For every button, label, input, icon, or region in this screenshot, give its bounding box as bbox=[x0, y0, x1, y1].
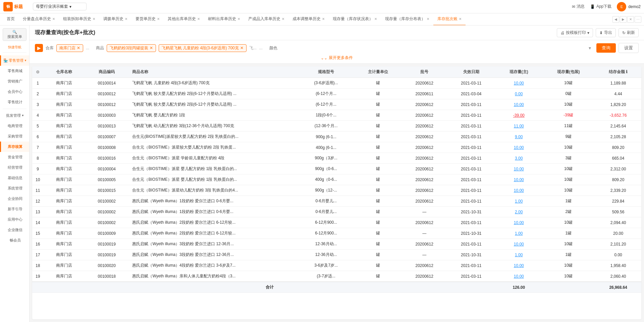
cell-balance: 229.84 bbox=[595, 196, 641, 207]
cell-qty-main[interactable]: 9.00 bbox=[496, 131, 542, 142]
print-button[interactable]: 🖨 按模板打印 ▾ bbox=[557, 28, 593, 37]
sidebar-item-member[interactable]: 畅会员 bbox=[0, 235, 29, 246]
tab-close-7[interactable]: ✕ bbox=[282, 17, 284, 21]
tab-close-10[interactable]: ✕ bbox=[427, 17, 429, 21]
tab-10[interactable]: 现存量（库存分布表） ✕ bbox=[381, 13, 433, 25]
color-label: 颜色 bbox=[269, 45, 277, 51]
tab-home[interactable]: 首页 bbox=[3, 13, 19, 25]
message-button[interactable]: ✉ 消息 bbox=[572, 4, 585, 9]
sidebar-item-wechat[interactable]: 企业微信 bbox=[0, 225, 29, 235]
sidebar-item-operations[interactable]: 经营管理 bbox=[0, 162, 29, 173]
warehouse-remove-icon[interactable]: ✕ bbox=[77, 46, 80, 50]
cell-qty-main[interactable]: 10.00 bbox=[496, 217, 542, 228]
cell-qty-main[interactable]: 10.00 bbox=[496, 174, 542, 185]
tab-4[interactable]: 要货单历史 ✕ bbox=[131, 13, 164, 25]
tab-2[interactable]: 组装拆卸单历史 ✕ bbox=[59, 13, 99, 25]
expand-filter-icon[interactable]: ▶ bbox=[35, 44, 43, 52]
cell-product-name: 惠氏启赋（Wyeth illuma）4段奶粉 爱尔兰进口 3-6岁及7... bbox=[129, 260, 298, 271]
search-button[interactable]: 🔍 搜索英单 bbox=[3, 28, 26, 41]
sidebar-item-guide[interactable]: 新手引导 bbox=[0, 204, 29, 214]
cell-batch: 20200611 bbox=[402, 89, 446, 99]
cell-unit: 罐 bbox=[354, 217, 402, 228]
table-settings-icon[interactable]: ⚙ bbox=[36, 70, 40, 74]
cell-qty-main[interactable]: 1.00 bbox=[496, 228, 542, 239]
tab-close-5[interactable]: ✕ bbox=[197, 17, 200, 21]
tab-close-6[interactable]: ✕ bbox=[237, 17, 240, 21]
tab-close-9[interactable]: ✕ bbox=[374, 17, 377, 21]
cell-qty-main[interactable]: 10.00 bbox=[496, 164, 542, 174]
cell-product-name: 飞鹤星飞帆 较大婴儿配方奶粉 2段(6-12个月婴幼儿适用) ... bbox=[129, 99, 298, 110]
product-remove-icon-2[interactable]: ✕ bbox=[240, 46, 244, 50]
product-ellipsis2[interactable]: ... bbox=[259, 46, 263, 50]
sidebar-item-app-center[interactable]: 应用中心 bbox=[0, 214, 29, 225]
tab-8[interactable]: 成本调整单历史 ✕ bbox=[288, 13, 329, 25]
tab-close-8[interactable]: ✕ bbox=[322, 17, 325, 21]
settings-button[interactable]: 设置 bbox=[619, 43, 639, 53]
sidebar-divider-top bbox=[3, 52, 26, 53]
sidebar-item-wholesale[interactable]: 批发管理▼ bbox=[0, 110, 29, 121]
query-button[interactable]: 查询 bbox=[596, 43, 616, 53]
tab-close-2[interactable]: ✕ bbox=[93, 17, 95, 21]
cell-qty-main[interactable]: 10.00 bbox=[496, 260, 542, 271]
sidebar-item-basic-info[interactable]: 基础信息 bbox=[0, 173, 29, 183]
tab-3[interactable]: 调拨单历史 ✕ bbox=[99, 13, 131, 25]
sidebar-item-retail-stats[interactable]: 零售统计 bbox=[0, 97, 29, 107]
sidebar-item-marketing[interactable]: 营销推广 bbox=[0, 76, 29, 87]
product-filter-tag-2[interactable]: 飞鹤星飞帆 儿童奶粉 4段(3-6岁适用) 700克 ✕ bbox=[159, 44, 247, 52]
product-ellipsis[interactable]: 飞... bbox=[249, 45, 257, 51]
tab-1[interactable]: 分量盘点单历史 ✕ bbox=[19, 13, 59, 25]
cell-expiry: 2021-03-11 bbox=[446, 131, 496, 142]
product-remove-icon-1[interactable]: ✕ bbox=[150, 46, 153, 50]
app-download-button[interactable]: 📱 App下载 bbox=[590, 4, 611, 9]
export-button[interactable]: ⬇ 导出 bbox=[596, 28, 616, 37]
message-label: 消息 bbox=[577, 4, 585, 9]
cell-qty-main[interactable]: 1.00 bbox=[496, 250, 542, 260]
tab-6[interactable]: 材料出库单历史 ✕ bbox=[204, 13, 244, 25]
sidebar-item-system[interactable]: 系统管理 bbox=[0, 183, 29, 194]
cell-qty-main[interactable]: 10.00 bbox=[496, 142, 542, 153]
sidebar-item-retail-mgmt[interactable]: 🏪零售管理▼ bbox=[0, 55, 29, 66]
tab-11[interactable]: 库存批次账 ✕ bbox=[433, 13, 466, 25]
cell-qty-main[interactable]: 10.00 bbox=[496, 271, 542, 282]
cell-qty-main[interactable]: 2.00 bbox=[496, 207, 542, 217]
warehouse-ellipsis[interactable]: ... bbox=[86, 46, 89, 50]
tab-close-1[interactable]: ✕ bbox=[52, 17, 55, 21]
cell-qty-main[interactable]: 10.00 bbox=[496, 78, 542, 89]
warehouse-filter-tag[interactable]: 南库门店 ✕ bbox=[56, 44, 83, 52]
tab-close-11[interactable]: ✕ bbox=[459, 17, 462, 21]
refresh-button[interactable]: ↻ 刷新 bbox=[619, 28, 639, 37]
cell-qty-main[interactable]: 11.00 bbox=[496, 121, 542, 131]
sidebar-item-retail-shop[interactable]: 零售商城 bbox=[0, 66, 29, 76]
sidebar-item-finance[interactable]: 资金管理 bbox=[0, 152, 29, 162]
tab-close-4[interactable]: ✕ bbox=[157, 17, 160, 21]
nav-prev-arrow[interactable]: ◀ bbox=[612, 16, 619, 23]
nav-close-all[interactable]: ✕ bbox=[627, 16, 634, 23]
workspace-selector[interactable]: 母婴行业演示账套 ▾ bbox=[33, 3, 87, 10]
color-dropdown-icon[interactable]: ▾ bbox=[589, 45, 591, 51]
cell-qty-main[interactable]: 10.00 bbox=[496, 185, 542, 196]
expand-more-conditions[interactable]: ⌄⌄ 展开更多条件 bbox=[35, 55, 639, 61]
nav-more-arrow[interactable]: ⋯ bbox=[635, 16, 641, 23]
cell-qty-main[interactable]: 3.00 bbox=[496, 153, 542, 164]
quick-nav-label[interactable]: 快捷导航 bbox=[0, 44, 29, 51]
cell-qty-main[interactable]: 0.00 bbox=[496, 89, 542, 99]
tab-5[interactable]: 其他出库单历史 ✕ bbox=[164, 13, 204, 25]
tab-close-3[interactable]: ✕ bbox=[125, 17, 127, 21]
cell-qty-main[interactable]: -39.00 bbox=[496, 110, 542, 121]
nav-next-arrow[interactable]: ▶ bbox=[620, 16, 627, 23]
product-filter-tag-1[interactable]: 飞鹤奶粉3段丙罐提装 ✕ bbox=[107, 44, 156, 52]
cell-qty-main[interactable]: 1.00 bbox=[496, 196, 542, 207]
print-label: 按模板打印 bbox=[566, 30, 586, 36]
user-area[interactable]: E demo2 bbox=[617, 2, 641, 11]
sidebar-item-ecommerce[interactable]: 电商管理 bbox=[0, 121, 29, 131]
sidebar-item-member-center[interactable]: 会员中心 bbox=[0, 87, 29, 97]
cell-qty-main[interactable]: 10.00 bbox=[496, 239, 542, 250]
sidebar-item-inventory[interactable]: 库存核算 bbox=[0, 142, 29, 152]
tab-9[interactable]: 现存量（库存状况表） ✕ bbox=[329, 13, 381, 25]
sidebar-item-enterprise[interactable]: 企业协同 bbox=[0, 194, 29, 204]
cell-idx: 2 bbox=[32, 89, 43, 99]
cell-qty-main[interactable]: 10.00 bbox=[496, 99, 542, 110]
sidebar-item-purchasing[interactable]: 采购管理 bbox=[0, 131, 29, 142]
tab-7[interactable]: 产成品入库单历史 ✕ bbox=[244, 13, 288, 25]
cell-idx: 4 bbox=[32, 110, 43, 121]
